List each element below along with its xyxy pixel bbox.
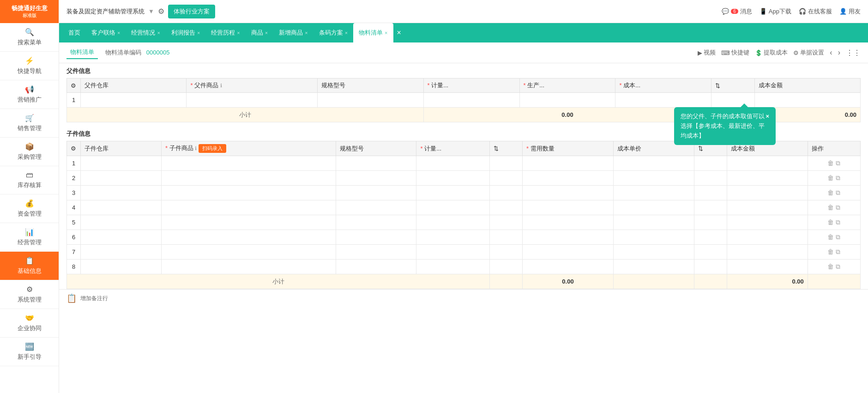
delete-icon-2[interactable]: 🗑 [827,174,834,182]
child-row-goods-6[interactable] [161,230,336,245]
delete-icon-6[interactable]: 🗑 [827,233,834,241]
add-note-icon[interactable]: 📋 [66,293,77,303]
tab-profit-close[interactable]: × [197,30,200,36]
copy-icon-3[interactable]: ⧉ [836,189,840,197]
child-row-warehouse-2[interactable] [81,171,162,186]
child-row-warehouse-4[interactable] [81,200,162,215]
video-btn[interactable]: ▶ 视频 [698,48,716,57]
child-row-needed-qty-7[interactable] [523,245,614,260]
delete-icon-8[interactable]: 🗑 [827,263,834,271]
grid-view-icon[interactable]: ⋮⋮ [846,48,861,57]
child-row-cost-price-1[interactable] [613,156,694,171]
child-row-needed-qty-4[interactable] [523,200,614,215]
child-row-needed-qty-2[interactable] [523,171,614,186]
child-row-cost-price-3[interactable] [613,186,694,200]
child-row-unit-3[interactable] [416,186,490,200]
child-row-spec-3[interactable] [336,186,416,200]
child-row-cost-price-7[interactable] [613,245,694,260]
child-row-cost-price-5[interactable] [613,215,694,230]
delete-icon-4[interactable]: 🗑 [827,204,834,212]
child-row-needed-qty-5[interactable] [523,215,614,230]
tab-home[interactable]: 首页 [63,23,86,42]
child-row-warehouse-6[interactable] [81,230,162,245]
parent-row-spec-1[interactable] [318,93,423,108]
sidebar-item-basic-info[interactable]: 📋 基础信息 [0,252,59,280]
child-row-unit-5[interactable] [416,215,490,230]
child-row-spec-8[interactable] [336,260,416,274]
nav-prev[interactable]: ‹ [830,48,832,57]
sidebar-item-purchase[interactable]: 📦 采购管理 [0,138,59,166]
tab-bom[interactable]: 物料清单 × [353,23,393,42]
child-row-needed-qty-1[interactable] [523,156,614,171]
sidebar-item-inventory[interactable]: 🗃 库存核算 [0,166,59,194]
child-row-warehouse-8[interactable] [81,260,162,274]
tab-client-close[interactable]: × [117,30,120,36]
tab-goods-close[interactable]: × [265,30,268,36]
child-row-goods-5[interactable] [161,215,336,230]
tooltip-close-btn[interactable]: × [766,112,769,121]
child-row-unit-4[interactable] [416,200,490,215]
online-service[interactable]: 🎧 在线客服 [799,7,832,16]
single-settings-btn[interactable]: ⚙ 单据设置 [793,48,824,57]
copy-icon-6[interactable]: ⧉ [836,233,840,241]
child-row-spec-6[interactable] [336,230,416,245]
copy-icon-2[interactable]: ⧉ [836,174,840,182]
copy-icon-5[interactable]: ⧉ [836,218,840,226]
child-row-cost-price-2[interactable] [613,171,694,186]
trial-button[interactable]: 体验行业方案 [168,5,215,18]
child-row-unit-7[interactable] [416,245,490,260]
tab-operations-history[interactable]: 经营历程 × [205,23,245,42]
child-row-spec-1[interactable] [336,156,416,171]
parent-row-production-1[interactable] [519,93,615,108]
delete-icon-1[interactable]: 🗑 [827,159,834,167]
tab-bom-close[interactable]: × [385,30,387,36]
user-avatar[interactable]: 👤 用友 [839,7,861,16]
delete-icon-3[interactable]: 🗑 [827,189,834,197]
shortcut-btn[interactable]: ⌨ 快捷键 [721,48,749,57]
child-row-needed-qty-3[interactable] [523,186,614,200]
child-row-goods-3[interactable] [161,186,336,200]
nav-next[interactable]: › [838,48,840,57]
tab-profit-report[interactable]: 利润报告 × [166,23,205,42]
child-row-spec-4[interactable] [336,200,416,215]
tab-add-goods[interactable]: 新增商品 × [273,23,313,42]
copy-icon-7[interactable]: ⧉ [836,248,840,256]
child-row-warehouse-1[interactable] [81,156,162,171]
child-row-spec-2[interactable] [336,171,416,186]
app-download[interactable]: 📱 App下载 [760,7,791,16]
extract-cost-btn[interactable]: 💲 提取成本 [755,48,788,57]
parent-row-unit-1[interactable] [423,93,519,108]
tab-add-goods-close[interactable]: × [305,30,307,36]
child-row-goods-7[interactable] [161,245,336,260]
sidebar-item-finance[interactable]: 💰 资金管理 [0,194,59,223]
parent-row-goods-1[interactable] [187,93,318,108]
child-row-unit-2[interactable] [416,171,490,186]
delete-icon-5[interactable]: 🗑 [827,218,834,226]
child-row-goods-4[interactable] [161,200,336,215]
sidebar-item-search[interactable]: 🔍 搜索菜单 [0,23,59,52]
scan-button[interactable]: 扫码录入 [199,144,226,153]
copy-icon-4[interactable]: ⧉ [836,204,840,212]
child-row-goods-1[interactable] [161,156,336,171]
dropdown-arrow-icon[interactable]: ▼ [148,8,154,15]
tab-barcode[interactable]: 条码方案 × [313,23,353,42]
parent-col-settings[interactable]: ⚙ [67,79,81,93]
sidebar-item-enterprise[interactable]: 🤝 企业协同 [0,309,59,338]
sidebar-item-operations[interactable]: 📊 经营管理 [0,223,59,252]
child-row-needed-qty-8[interactable] [523,260,614,274]
copy-icon-1[interactable]: ⧉ [836,159,840,167]
child-row-warehouse-5[interactable] [81,215,162,230]
sidebar-item-quick-nav[interactable]: ⚡ 快捷导航 [0,52,59,80]
sidebar-item-system[interactable]: ⚙ 系统管理 [0,280,59,309]
child-row-spec-5[interactable] [336,215,416,230]
delete-icon-7[interactable]: 🗑 [827,248,834,256]
tab-goods[interactable]: 商品 × [246,23,273,42]
sidebar-item-sales[interactable]: 🛒 销售管理 [0,109,59,138]
child-row-unit-6[interactable] [416,230,490,245]
sidebar-item-marketing[interactable]: 📢 营销推广 [0,80,59,109]
child-row-cost-price-8[interactable] [613,260,694,274]
tab-client[interactable]: 客户联络 × [86,23,126,42]
tab-barcode-close[interactable]: × [345,30,348,36]
sub-tab-bom-list[interactable]: 物料清单 [66,46,98,59]
settings-icon[interactable]: ⚙ [158,7,164,16]
